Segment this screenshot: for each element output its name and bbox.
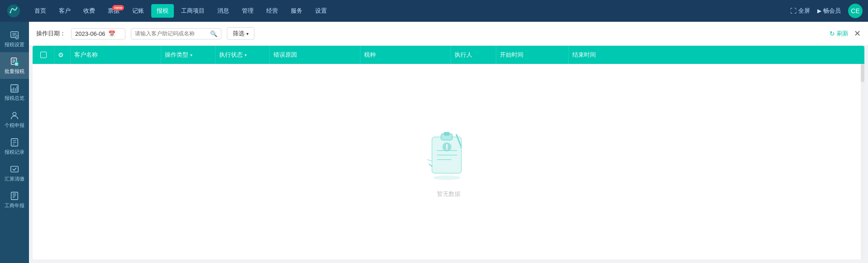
scrollbar-track[interactable]	[861, 64, 864, 259]
th-executor: 执行人	[451, 46, 496, 64]
fullscreen-button[interactable]: ⛶ 全屏	[790, 7, 810, 15]
th-customer: 客户名称	[71, 46, 161, 64]
nav-message[interactable]: 消息	[212, 4, 235, 18]
new-badge: new	[112, 5, 124, 10]
search-box[interactable]: 🔍	[131, 28, 221, 39]
nav-right: ⛶ 全屏 ▶ 畅会员 CE	[790, 4, 863, 18]
empty-text: 暂无数据	[437, 190, 460, 198]
search-input[interactable]	[135, 30, 207, 37]
svg-point-0	[7, 5, 20, 17]
th-tax-type: 税种	[360, 46, 451, 64]
th-gear[interactable]: ⚙	[54, 46, 71, 64]
filter-label: 筛选	[233, 29, 245, 38]
sidebar-item-tax-settings[interactable]: 报税设置	[0, 25, 29, 52]
refresh-label: 刷新	[837, 29, 849, 38]
batch-tax-icon: 批	[10, 57, 19, 67]
filter-op-type-icon[interactable]: ▾	[190, 53, 192, 58]
nav-customer[interactable]: 客户	[53, 4, 76, 18]
nav-settings[interactable]: 设置	[310, 4, 332, 18]
svg-rect-20	[11, 192, 18, 200]
chevron-down-icon: ▾	[246, 31, 249, 36]
th-checkbox[interactable]	[33, 46, 54, 64]
tax-settings-icon	[10, 30, 19, 40]
sidebar-tax-record-label: 报税记录	[5, 149, 24, 155]
th-error-reason: 错误原因	[270, 46, 360, 64]
filter-exec-status-icon[interactable]: ▾	[245, 53, 247, 58]
th-start-time: 开始时间	[496, 46, 569, 64]
sidebar-item-annual-report[interactable]: 工商年报	[0, 186, 29, 213]
toolbar-right: ↻ 刷新 ✕	[830, 29, 861, 38]
scrollbar-thumb[interactable]	[861, 64, 864, 82]
nav-billing[interactable]: 收费	[78, 4, 101, 18]
nav-bookkeeping[interactable]: 记账	[127, 4, 149, 18]
empty-state: 暂无数据	[424, 126, 474, 198]
sidebar-item-batch-tax[interactable]: 批 批量报税	[0, 52, 29, 79]
nav-home[interactable]: 首页	[29, 4, 52, 18]
refresh-button[interactable]: ↻ 刷新	[830, 29, 849, 38]
svg-line-38	[427, 160, 432, 161]
search-icon: 🔍	[210, 30, 217, 37]
sidebar-tax-settings-label: 报税设置	[5, 42, 24, 48]
close-icon: ✕	[854, 29, 861, 38]
table-container: ⚙ 客户名称 操作类型 ▾ 执行状态 ▾ 错误原因 税种	[33, 46, 864, 259]
date-value: 2023-06-06	[75, 30, 106, 37]
th-end-time: 结束时间	[569, 46, 641, 64]
svg-rect-19	[11, 166, 19, 172]
top-navigation: 首页 客户 收费 票据 new 记账 报税 工商项目 消息 管理 经营 服务 设…	[0, 0, 868, 22]
sidebar: 报税设置 批 批量报税 报税总览	[0, 22, 29, 263]
table-header: ⚙ 客户名称 操作类型 ▾ 执行状态 ▾ 错误原因 税种	[33, 46, 864, 64]
content-area: 操作日期： 2023-06-06 📅 🔍 筛选 ▾ ↻ 刷新 ✕	[29, 22, 868, 263]
toolbar: 操作日期： 2023-06-06 📅 🔍 筛选 ▾ ↻ 刷新 ✕	[29, 22, 868, 46]
member-button[interactable]: ▶ 畅会员	[817, 7, 841, 15]
main-layout: 报税设置 批 批量报税 报税总览	[0, 22, 868, 263]
tax-record-icon	[10, 137, 19, 147]
th-exec-status[interactable]: 执行状态 ▾	[216, 46, 270, 64]
svg-point-1	[10, 12, 11, 14]
sidebar-annual-report-label: 工商年报	[5, 203, 24, 209]
sidebar-item-tax-record[interactable]: 报税记录	[0, 133, 29, 160]
nav-business[interactable]: 工商项目	[176, 4, 210, 18]
calendar-icon: 📅	[108, 30, 115, 37]
tax-summary-icon	[10, 83, 19, 93]
sidebar-item-reconcile[interactable]: 汇算清缴	[0, 160, 29, 186]
nav-invoice[interactable]: 票据 new	[102, 4, 125, 18]
svg-point-33	[446, 148, 447, 150]
svg-point-36	[433, 175, 460, 180]
svg-text:批: 批	[14, 62, 18, 66]
empty-illustration	[424, 126, 474, 185]
sidebar-item-personal-tax[interactable]: 个税申报	[0, 106, 29, 133]
avatar[interactable]: CE	[848, 4, 863, 18]
nav-manage[interactable]: 管理	[236, 4, 259, 18]
date-picker[interactable]: 2023-06-06 📅	[71, 28, 125, 39]
nav-tax[interactable]: 报税	[151, 4, 174, 18]
personal-tax-icon	[10, 111, 19, 121]
svg-point-14	[13, 112, 16, 115]
th-op-type[interactable]: 操作类型 ▾	[161, 46, 216, 64]
app-logo	[5, 3, 22, 19]
gear-icon[interactable]: ⚙	[58, 51, 64, 58]
close-button[interactable]: ✕	[854, 29, 861, 38]
svg-point-6	[15, 36, 19, 39]
date-label: 操作日期：	[36, 29, 66, 38]
sidebar-item-tax-summary[interactable]: 报税总览	[0, 79, 29, 106]
header-checkbox[interactable]	[40, 52, 47, 58]
annual-report-icon	[10, 191, 19, 201]
reconcile-icon	[10, 164, 19, 174]
sidebar-tax-summary-label: 报税总览	[5, 95, 24, 101]
nav-items: 首页 客户 收费 票据 new 记账 报税 工商项目 消息 管理 经营 服务 设…	[29, 4, 790, 18]
sidebar-personal-tax-label: 个税申报	[5, 122, 24, 128]
nav-service[interactable]: 服务	[285, 4, 308, 18]
filter-button[interactable]: 筛选 ▾	[227, 27, 254, 40]
table-body: 暂无数据	[33, 64, 864, 259]
sidebar-batch-tax-label: 批量报税	[5, 68, 24, 74]
svg-rect-27	[444, 132, 450, 136]
svg-line-37	[429, 164, 432, 166]
nav-finance[interactable]: 经营	[261, 4, 283, 18]
sidebar-reconcile-label: 汇算清缴	[5, 176, 24, 182]
refresh-icon: ↻	[830, 30, 835, 37]
